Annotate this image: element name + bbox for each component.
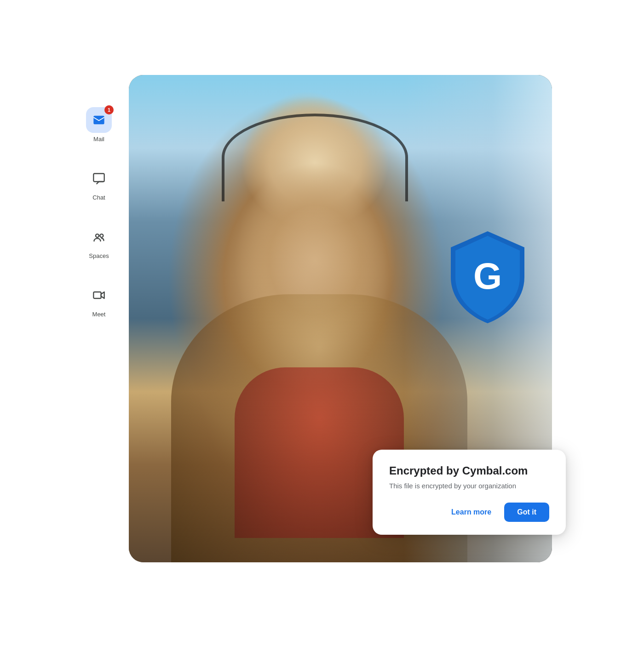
- sidebar-item-chat[interactable]: Chat: [86, 166, 112, 201]
- meet-icon: [92, 289, 105, 302]
- sidebar: 1 Mail Chat S: [69, 47, 129, 599]
- spaces-label: Spaces: [89, 252, 109, 259]
- svg-rect-4: [93, 292, 101, 298]
- got-it-button[interactable]: Got it: [504, 503, 549, 522]
- mail-label: Mail: [93, 136, 104, 143]
- spaces-icon-container: [86, 224, 112, 250]
- mail-badge: 1: [104, 105, 114, 114]
- spaces-icon: [92, 230, 105, 243]
- mail-icon: [92, 114, 105, 126]
- svg-rect-1: [93, 173, 104, 182]
- headphones-overlay: [222, 114, 408, 201]
- svg-point-2: [96, 234, 99, 237]
- mail-icon-container: 1: [86, 107, 112, 133]
- scene: 1 Mail Chat S: [69, 47, 575, 599]
- svg-point-3: [100, 234, 103, 237]
- card-actions: Learn more Got it: [389, 503, 549, 522]
- svg-text:G: G: [473, 256, 502, 297]
- sidebar-item-spaces[interactable]: Spaces: [86, 224, 112, 259]
- svg-rect-0: [93, 115, 104, 124]
- encryption-card: Encrypted by Cymbal.com This file is enc…: [373, 450, 566, 535]
- meet-label: Meet: [92, 311, 106, 318]
- meet-icon-container: [86, 282, 112, 308]
- chat-icon: [92, 172, 105, 185]
- chat-icon-container: [86, 166, 112, 191]
- learn-more-button[interactable]: Learn more: [444, 503, 499, 521]
- sidebar-item-mail[interactable]: 1 Mail: [86, 107, 112, 143]
- card-title: Encrypted by Cymbal.com: [389, 464, 549, 477]
- card-subtitle: This file is encrypted by your organizat…: [389, 482, 549, 490]
- shield-svg: G: [442, 227, 534, 328]
- chat-label: Chat: [92, 194, 105, 201]
- google-shield: G: [442, 227, 534, 328]
- sidebar-item-meet[interactable]: Meet: [86, 282, 112, 318]
